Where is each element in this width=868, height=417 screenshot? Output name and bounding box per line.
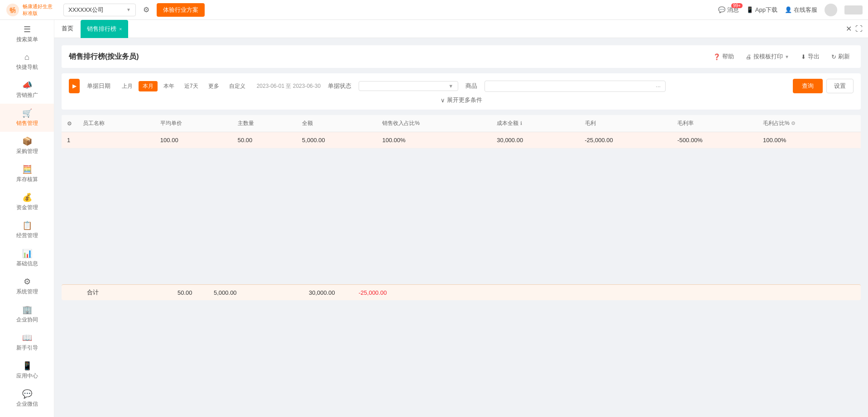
- online-service-button[interactable]: 👤 在线客服: [785, 6, 817, 14]
- cell-cost: 30,000.00: [491, 132, 579, 149]
- status-label: 单据状态: [328, 82, 351, 90]
- goods-select[interactable]: ···: [484, 81, 666, 92]
- sidebar-item-sales[interactable]: 🛒 销售管理: [0, 104, 54, 132]
- sidebar-item-marketing-label: 营销推广: [16, 91, 38, 99]
- sidebar-item-finance[interactable]: 💰 资金管理: [0, 188, 54, 216]
- sidebar-item-basic[interactable]: 📊 基础信息: [0, 244, 54, 272]
- sidebar-item-purchase[interactable]: 📦 采购管理: [0, 132, 54, 160]
- help-label: 帮助: [722, 53, 734, 61]
- tab-home-label: 首页: [62, 24, 73, 33]
- print-icon: 🖨: [746, 53, 752, 60]
- col-header-margin: 毛利率: [672, 115, 758, 132]
- print-dropdown-icon: ▼: [785, 54, 789, 59]
- date-tab-7days[interactable]: 近7天: [180, 81, 202, 91]
- date-tab-more[interactable]: 更多: [204, 81, 223, 91]
- date-tab-this-year[interactable]: 本年: [159, 81, 178, 91]
- sidebar-item-system-label: 系统管理: [16, 288, 38, 296]
- tab-maximize-icon[interactable]: ⛶: [855, 25, 863, 33]
- filter-row: ▶ 单据日期 上月 本月 本年 近7天 更多 自定义 2023-0: [69, 79, 854, 93]
- sidebar-item-system[interactable]: ⚙ 系统管理: [0, 272, 54, 300]
- sidebar-item-sales-label: 销售管理: [16, 120, 38, 127]
- message-icon: 💬: [718, 6, 725, 13]
- tab-close-window-icon[interactable]: ✕: [846, 24, 852, 33]
- sidebar-item-quick-nav-label: 快捷导航: [16, 63, 38, 71]
- table-row: 1 100.00 50.00 5,000.00 100.00% 30,000.0…: [62, 132, 861, 149]
- sidebar-item-enterprise-label: 企业协同: [16, 316, 38, 324]
- app-icon: 📱: [746, 6, 753, 13]
- print-button[interactable]: 🖨 按模板打印 ▼: [742, 51, 793, 62]
- filter-arrow-button[interactable]: ▶: [69, 79, 80, 93]
- export-label: 导出: [808, 53, 820, 61]
- company-selector[interactable]: XXXXXX公司 ▼: [63, 4, 136, 16]
- cell-avg-price: 100.00: [155, 132, 232, 149]
- tab-close-icon[interactable]: ×: [119, 26, 122, 32]
- message-badge: 99+: [731, 3, 743, 8]
- gear-icon[interactable]: ⚙: [139, 4, 153, 16]
- message-button[interactable]: 💬 消息 99+: [718, 6, 739, 14]
- sidebar-item-search[interactable]: ☰ 搜索菜单: [0, 20, 54, 48]
- sidebar-item-operations-label: 经营管理: [16, 232, 38, 240]
- sidebar: ☰ 搜索菜单 ⌂ 快捷导航 📣 营销推广 🛒 销售管理 📦 采购管理 🧮 库: [0, 20, 54, 417]
- tab-home[interactable]: 首页: [54, 20, 81, 38]
- refresh-button[interactable]: ↻ 刷新: [828, 51, 854, 62]
- query-button[interactable]: 查询: [793, 79, 823, 93]
- tab-sales-ranking[interactable]: 销售排行榜 ×: [81, 20, 128, 38]
- chevron-down-expand-icon: ∨: [441, 97, 445, 104]
- user-name: [844, 5, 863, 14]
- export-icon: ⬇: [801, 53, 806, 60]
- company-name: XXXXXX公司: [68, 6, 104, 14]
- enterprise-icon: 🏢: [22, 305, 32, 315]
- filter-bar: ▶ 单据日期 上月 本月 本年 近7天 更多 自定义 2023-0: [62, 73, 861, 110]
- sidebar-item-member[interactable]: V 畅会员: [0, 412, 54, 417]
- refresh-icon: ↻: [831, 53, 836, 60]
- guide-icon: 📖: [22, 333, 32, 343]
- sidebar-item-search-label: 搜索菜单: [16, 36, 38, 43]
- logo-text: 畅康通好生意 标准版: [23, 3, 53, 16]
- col-header-amount: 全额: [297, 115, 377, 132]
- sidebar-item-operations[interactable]: 📋 经营管理: [0, 216, 54, 244]
- status-dropdown-icon: ▼: [448, 83, 453, 89]
- try-industry-button[interactable]: 体验行业方案: [157, 3, 205, 17]
- col-header-cost: 成本全额 ℹ: [491, 115, 579, 132]
- system-icon: ⚙: [24, 277, 31, 287]
- sidebar-item-apps[interactable]: 📱 应用中心: [0, 356, 54, 384]
- tab-actions: ✕ ⛶: [846, 24, 868, 33]
- sidebar-item-guide[interactable]: 📖 新手引导: [0, 328, 54, 356]
- date-tabs: 上月 本月 本年 近7天 更多 自定义: [118, 81, 249, 91]
- sidebar-item-quick-nav[interactable]: ⌂ 快捷导航: [0, 48, 54, 76]
- data-table: ⚙ 员工名称 平均单价 主数量 全额 销售收入占比% 成本全额 ℹ 毛利: [62, 115, 861, 149]
- col-header-sales-pct: 销售收入占比%: [377, 115, 491, 132]
- app-download-button[interactable]: 📱 App下载: [746, 6, 777, 14]
- cell-profit-pct: 100.00%: [758, 132, 861, 149]
- purchase-icon: 📦: [22, 136, 32, 146]
- date-tab-this-month[interactable]: 本月: [139, 81, 158, 91]
- operations-icon: 📋: [22, 220, 32, 230]
- app-label: App下载: [755, 6, 777, 14]
- marketing-icon: 📣: [22, 80, 32, 90]
- export-button[interactable]: ⬇ 导出: [797, 51, 823, 62]
- finance-icon: 💰: [22, 192, 32, 202]
- sidebar-item-wechat[interactable]: 💬 企业微信: [0, 384, 54, 412]
- cell-name: [77, 132, 155, 149]
- refresh-label: 刷新: [838, 53, 850, 61]
- sidebar-item-marketing[interactable]: 📣 营销推广: [0, 76, 54, 104]
- date-tab-custom[interactable]: 自定义: [225, 81, 249, 91]
- cell-profit: -25,000.00: [580, 132, 672, 149]
- page-header: 销售排行榜(按业务员) ❓ 帮助 🖨 按模板打印 ▼ ⬇: [62, 45, 861, 68]
- sidebar-item-inventory[interactable]: 🧮 库存核算: [0, 160, 54, 188]
- col-header-name: 员工名称: [77, 115, 155, 132]
- cost-info-icon: ℹ: [520, 120, 522, 126]
- avatar[interactable]: [825, 4, 837, 16]
- sidebar-item-enterprise[interactable]: 🏢 企业协同: [0, 300, 54, 328]
- cell-margin: -500.00%: [672, 132, 758, 149]
- status-select[interactable]: ▼: [359, 81, 458, 91]
- help-button[interactable]: ❓ 帮助: [710, 51, 738, 62]
- date-range-display: 2023-06-01 至 2023-06-30: [257, 82, 321, 90]
- top-right-area: 💬 消息 99+ 📱 App下载 👤 在线客服: [718, 4, 863, 16]
- settings-button[interactable]: 设置: [826, 79, 854, 93]
- cell-rank: 1: [62, 132, 77, 149]
- sales-icon: 🛒: [22, 108, 32, 118]
- expand-more-conditions-button[interactable]: ∨ 展开更多条件: [69, 93, 854, 104]
- col-settings-icon[interactable]: ⚙: [62, 115, 77, 132]
- date-tab-last-month[interactable]: 上月: [118, 81, 137, 91]
